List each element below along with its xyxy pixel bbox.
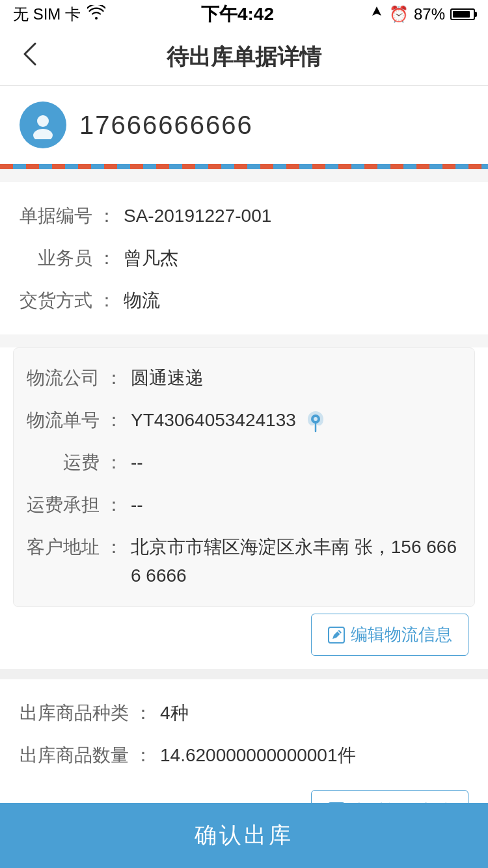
address-label: 客户地址 <box>27 533 105 562</box>
confirm-button-label: 确认出库 <box>195 821 293 850</box>
user-avatar <box>20 102 66 148</box>
sales-person-label: 业务员 <box>20 244 98 273</box>
freight-bearer-label: 运费承担 <box>27 491 105 520</box>
battery-icon <box>450 8 475 20</box>
sales-person-row: 业务员 ： 曾凡杰 <box>20 244 468 273</box>
freight-row: 运费 ： -- <box>27 448 461 478</box>
tracking-number-value: YT43064053424133 <box>131 406 296 435</box>
goods-quantity-row: 出库商品数量 ： 14.620000000000001件 <box>20 741 468 770</box>
sales-person-value: 曾凡杰 <box>124 244 468 273</box>
freight-bearer-value: -- <box>131 491 461 520</box>
status-right: ⏰ 87% <box>370 5 475 23</box>
wifi-icon <box>87 5 105 23</box>
delivery-method-label: 交货方式 <box>20 286 98 316</box>
goods-type-label: 出库商品种类 <box>20 699 134 728</box>
order-info-section: 单据编号 ： SA-20191227-001 业务员 ： 曾凡杰 交货方式 ： … <box>0 182 488 334</box>
nav-bar: 待出库单据详情 <box>0 29 488 86</box>
freight-value: -- <box>131 448 461 478</box>
tracking-number-label: 物流单号 <box>27 406 105 435</box>
edit-logistics-label: 编辑物流信息 <box>351 623 452 646</box>
carrier-label: 无 SIM 卡 <box>13 4 81 25</box>
freight-label: 运费 <box>27 448 105 478</box>
section-divider <box>0 669 488 679</box>
goods-type-row: 出库商品种类 ： 4种 <box>20 699 468 728</box>
user-header: 17666666666 <box>0 86 488 164</box>
order-number-value: SA-20191227-001 <box>124 202 468 231</box>
status-bar: 无 SIM 卡 下午4:42 ⏰ 87% <box>0 0 488 29</box>
back-button[interactable] <box>16 34 44 79</box>
edit-icon <box>327 626 346 644</box>
tracking-location-icon[interactable] <box>304 409 327 433</box>
dashed-divider <box>0 164 488 169</box>
logistics-company-row: 物流公司 ： 圆通速递 <box>27 364 461 393</box>
logistics-company-label: 物流公司 <box>27 364 105 393</box>
tracking-number-row: 物流单号 ： YT43064053424133 <box>27 406 461 435</box>
svg-point-1 <box>33 129 53 139</box>
logistics-company-value: 圆通速递 <box>131 364 461 393</box>
logistics-card: 物流公司 ： 圆通速递 物流单号 ： YT43064053424133 <box>0 347 488 669</box>
battery-percent: 87% <box>414 5 445 23</box>
location-status-icon <box>370 5 384 23</box>
delivery-method-value: 物流 <box>124 286 468 316</box>
order-number-label: 单据编号 <box>20 202 98 231</box>
logistics-inner-card: 物流公司 ： 圆通速递 物流单号 ： YT43064053424133 <box>13 347 475 607</box>
goods-type-value: 4种 <box>160 699 468 728</box>
user-phone: 17666666666 <box>79 111 253 140</box>
goods-quantity-label: 出库商品数量 <box>20 741 134 770</box>
status-left: 无 SIM 卡 <box>13 4 105 25</box>
goods-quantity-value: 14.620000000000001件 <box>160 741 468 770</box>
address-value: 北京市市辖区海淀区永丰南 张，156 6666 6666 <box>131 533 461 591</box>
address-row: 客户地址 ： 北京市市辖区海淀区永丰南 张，156 6666 6666 <box>27 533 461 591</box>
status-time: 下午4:42 <box>201 2 274 27</box>
svg-point-0 <box>37 115 49 127</box>
confirm-button[interactable]: 确认出库 <box>0 803 488 868</box>
edit-logistics-button[interactable]: 编辑物流信息 <box>311 614 468 656</box>
order-number-row: 单据编号 ： SA-20191227-001 <box>20 202 468 231</box>
freight-bearer-row: 运费承担 ： -- <box>27 491 461 520</box>
alarm-icon: ⏰ <box>389 5 409 23</box>
delivery-method-row: 交货方式 ： 物流 <box>20 286 468 316</box>
tracking-number-value-container: YT43064053424133 <box>131 406 461 435</box>
edit-logistics-btn-row: 编辑物流信息 <box>0 607 488 669</box>
page-title: 待出库单据详情 <box>167 42 321 72</box>
